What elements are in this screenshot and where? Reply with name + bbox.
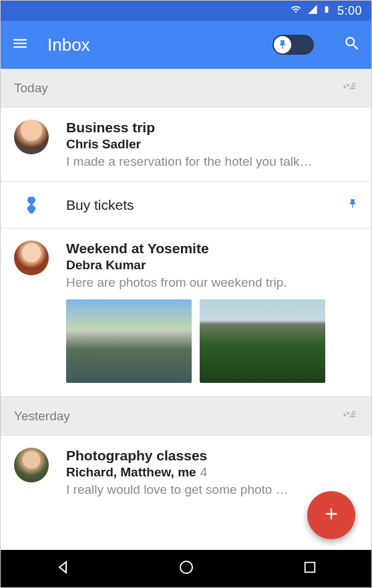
email-sender: Debra Kumar bbox=[66, 258, 358, 273]
nav-home-icon[interactable] bbox=[178, 559, 194, 578]
email-snippet: I really would love to get some photo … bbox=[66, 482, 358, 497]
reminder-item-buy-tickets[interactable]: Buy tickets bbox=[1, 182, 371, 229]
sweep-icon[interactable] bbox=[339, 80, 358, 96]
email-title: Photography classes bbox=[66, 448, 358, 464]
section-label: Yesterday bbox=[14, 409, 339, 424]
avatar bbox=[14, 120, 49, 154]
email-title: Weekend at Yosemite bbox=[66, 241, 358, 257]
battery-icon bbox=[323, 3, 331, 19]
email-snippet: I made a reservation for the hotel you t… bbox=[66, 154, 358, 169]
email-item-business-trip[interactable]: Business trip Chris Sadler I made a rese… bbox=[1, 108, 371, 182]
avatar bbox=[14, 241, 49, 275]
svg-rect-1 bbox=[305, 563, 315, 573]
svg-point-0 bbox=[180, 561, 192, 573]
reminder-icon bbox=[14, 188, 49, 223]
status-time: 5:00 bbox=[337, 4, 362, 18]
avatar-image bbox=[14, 448, 49, 482]
status-bar: 5:00 bbox=[1, 1, 371, 21]
sweep-icon[interactable] bbox=[339, 408, 358, 424]
page-title: Inbox bbox=[47, 35, 254, 55]
avatar-image bbox=[14, 241, 49, 275]
thread-count: 4 bbox=[200, 465, 208, 479]
email-snippet: Here are photos from our weekend trip. bbox=[66, 275, 358, 290]
attachment-thumbnail[interactable] bbox=[200, 299, 325, 383]
plus-icon bbox=[322, 501, 341, 529]
compose-fab[interactable] bbox=[307, 491, 355, 539]
avatar-image bbox=[14, 120, 49, 154]
cell-signal-icon bbox=[307, 4, 319, 18]
nav-recent-icon[interactable] bbox=[303, 560, 317, 577]
wifi-icon bbox=[289, 4, 303, 18]
avatar bbox=[14, 448, 49, 482]
pinned-toggle[interactable] bbox=[272, 35, 314, 55]
menu-icon[interactable] bbox=[11, 35, 29, 55]
section-header-yesterday: Yesterday bbox=[1, 397, 371, 436]
pinned-toggle-thumb bbox=[274, 36, 291, 53]
android-nav-bar bbox=[1, 550, 371, 587]
email-sender: Richard, Matthew, me4 bbox=[66, 465, 358, 480]
app-bar: Inbox bbox=[1, 21, 371, 69]
attachment-thumbnail[interactable] bbox=[66, 299, 192, 383]
email-title: Business trip bbox=[66, 120, 358, 136]
nav-back-icon[interactable] bbox=[55, 559, 71, 578]
section-header-today: Today bbox=[1, 69, 371, 108]
email-item-yosemite[interactable]: Weekend at Yosemite Debra Kumar Here are… bbox=[1, 229, 371, 397]
search-icon[interactable] bbox=[343, 35, 361, 55]
pin-icon bbox=[347, 197, 358, 213]
section-label: Today bbox=[14, 81, 339, 96]
email-sender: Chris Sadler bbox=[66, 137, 358, 152]
reminder-label: Buy tickets bbox=[66, 197, 347, 213]
